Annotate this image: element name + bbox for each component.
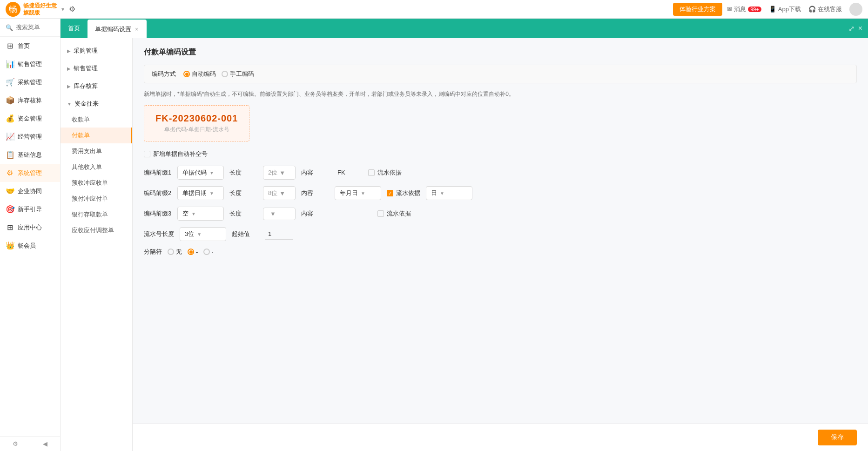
serial-length-arrow-icon: ▼ — [197, 232, 202, 237]
prefix3-serial-label: 流水依据 — [387, 209, 411, 218]
finance-icon: 💰 — [6, 114, 14, 123]
sidebar-settings-icon[interactable]: ⚙ — [13, 440, 18, 447]
sidebar-item-operations[interactable]: 📈 经营管理 — [0, 128, 60, 146]
prefix2-content-arrow-icon: ▼ — [361, 191, 365, 196]
coding-mode-label: 编码方式 — [152, 70, 176, 78]
capital-arrow-icon: ▼ — [67, 101, 72, 107]
sidebar-item-guide[interactable]: 🎯 新手引导 — [0, 200, 60, 218]
form-area: 付款单编码设置 编码方式 自动编码 — [133, 38, 868, 424]
check-icon: ✓ — [388, 191, 392, 196]
tab-bar: 首页 单据编码设置 × ⤢ × — [61, 19, 868, 38]
page-content: ▶ 采购管理 ▶ 销售管理 ▶ 库存核算 — [61, 38, 868, 451]
sub-sidebar-inventory-title[interactable]: ▶ 库存核算 — [61, 78, 132, 94]
sub-sidebar-capital-title[interactable]: ▼ 资金往来 — [61, 96, 132, 112]
prefix2-content-select[interactable]: 年月日 ▼ — [335, 186, 381, 200]
message-action[interactable]: ✉ 消息 99+ — [727, 5, 761, 13]
gear-icon[interactable]: ⚙ — [69, 5, 75, 13]
prefix2-serial-unit-select[interactable]: 日 ▼ — [426, 186, 472, 200]
sales-icon: 📊 — [6, 60, 14, 68]
logo: 畅 畅捷通好生意 旗舰版 — [6, 2, 57, 17]
sub-sidebar-item-prepay-pay[interactable]: 预付冲应付单 — [61, 191, 132, 207]
sidebar-item-enterprise[interactable]: 🤝 企业协同 — [0, 182, 60, 200]
manual-code-radio[interactable]: 手工编码 — [222, 70, 254, 78]
sidebar-item-purchase[interactable]: 🛒 采购管理 — [0, 73, 60, 91]
sub-sidebar-item-other-income[interactable]: 其他收入单 — [61, 159, 132, 175]
search-icon: 🔍 — [6, 24, 13, 31]
topbar-dropdown[interactable]: ▾ — [61, 6, 64, 13]
sub-sidebar-item-payment[interactable]: 付款单 — [61, 128, 132, 143]
online-service-action[interactable]: 🎧 在线客服 — [808, 5, 842, 13]
separator-dot-radio[interactable]: · — [203, 249, 214, 256]
prefix1-label: 编码前缀1 — [144, 168, 172, 177]
sub-sidebar-purchase-title[interactable]: ▶ 采购管理 — [61, 43, 132, 59]
bottom-bar: 保存 — [133, 424, 868, 451]
prefix1-content-input[interactable] — [335, 167, 363, 178]
sub-sidebar-item-adjust[interactable]: 应收应付调整单 — [61, 222, 132, 238]
sub-sidebar-group-purchase: ▶ 采购管理 — [61, 43, 132, 59]
prefix2-serial-checkbox[interactable]: ✓ — [387, 190, 393, 196]
sidebar-collapse-icon[interactable]: ◀ — [43, 440, 47, 447]
sub-sidebar-item-receipt[interactable]: 收款单 — [61, 112, 132, 128]
sidebar-item-apps[interactable]: ⊞ 应用中心 — [0, 218, 60, 236]
sidebar-item-finance[interactable]: 💰 资金管理 — [0, 109, 60, 128]
sub-sidebar-item-expense[interactable]: 费用支出单 — [61, 143, 132, 159]
sidebar-search[interactable]: 🔍 搜索菜单 — [0, 19, 60, 37]
save-button[interactable]: 保存 — [818, 430, 857, 445]
prefix3-row: 编码前缀3 空 ▼ 长度 ▼ 内容 — [144, 207, 857, 221]
sub-sidebar-item-bank[interactable]: 银行存取款单 — [61, 207, 132, 222]
separator-dash-circle — [188, 249, 194, 255]
separator-label: 分隔符 — [144, 248, 162, 256]
prefix1-serial-row: 流水依据 — [368, 168, 402, 177]
sub-sidebar-sales-title[interactable]: ▶ 销售管理 — [61, 61, 132, 76]
logo-text: 畅捷通好生意 旗舰版 — [23, 2, 57, 16]
separator-none-radio[interactable]: 无 — [168, 248, 182, 256]
app-icon: 📱 — [769, 6, 776, 13]
user-avatar[interactable] — [849, 3, 862, 16]
auto-code-radio-dot — [185, 73, 188, 76]
sidebar-item-system[interactable]: ⚙ 系统管理 — [0, 164, 60, 182]
serial-length-label: 流水号长度 — [144, 230, 174, 238]
prefix1-length-select[interactable]: 2位 ▼ — [263, 166, 296, 180]
sidebar-item-sales[interactable]: 📊 销售管理 — [0, 55, 60, 73]
topbar: 畅 畅捷通好生意 旗舰版 ▾ ⚙ 体验行业方案 ✉ 消息 99+ 📱 App下载… — [0, 0, 868, 19]
start-value-input[interactable] — [265, 229, 293, 240]
prefix3-select[interactable]: 空 ▼ — [177, 207, 224, 221]
dropdown-arrow-icon: ▾ — [61, 6, 64, 13]
service-icon: 🎧 — [808, 6, 816, 13]
prefix3-arrow-icon: ▼ — [191, 211, 196, 216]
auto-fill-label: 新增单据自动补空号 — [153, 150, 208, 158]
guide-icon: 🎯 — [6, 205, 14, 214]
tab-close-window-icon[interactable]: × — [858, 24, 862, 33]
sidebar-item-inventory[interactable]: 📦 库存核算 — [0, 91, 60, 109]
page-title: 付款单编码设置 — [144, 47, 857, 57]
prefix2-length-select[interactable]: 8位 ▼ — [263, 186, 296, 200]
solution-button[interactable]: 体验行业方案 — [673, 3, 722, 16]
tab-close-icon[interactable]: × — [134, 25, 139, 34]
sidebar-item-member[interactable]: 👑 畅会员 — [0, 236, 60, 255]
basic-icon: 📋 — [6, 150, 14, 159]
auto-code-radio[interactable]: 自动编码 — [183, 70, 216, 78]
prefix1-select[interactable]: 单据代码 ▼ — [177, 166, 224, 180]
sidebar-item-basic[interactable]: 📋 基础信息 — [0, 146, 60, 164]
sidebar-item-home[interactable]: ⊞ 首页 — [0, 37, 60, 55]
serial-length-select[interactable]: 3位 ▼ — [180, 227, 226, 241]
start-value-label: 起始值 — [232, 230, 260, 238]
tab-maximize-icon[interactable]: ⤢ — [848, 24, 855, 33]
prefix3-content-input[interactable] — [335, 208, 372, 219]
serial-length-row: 流水号长度 3位 ▼ 起始值 — [144, 227, 857, 241]
prefix3-serial-checkbox[interactable] — [377, 210, 384, 217]
prefix1-arrow-icon: ▼ — [209, 170, 214, 175]
separator-dash-radio[interactable]: - — [188, 249, 198, 256]
app-download-action[interactable]: 📱 App下载 — [769, 5, 801, 13]
inventory-arrow-icon: ▶ — [67, 84, 71, 89]
auto-fill-checkbox[interactable] — [144, 151, 150, 157]
prefix2-select[interactable]: 单据日期 ▼ — [177, 186, 224, 200]
prefix3-length-select[interactable]: ▼ — [263, 208, 296, 220]
tab-home[interactable]: 首页 — [61, 19, 87, 38]
prefix1-length-arrow-icon: ▼ — [279, 169, 285, 176]
sub-sidebar-item-prepay-recv[interactable]: 预收冲应收单 — [61, 175, 132, 191]
tab-encoding-settings[interactable]: 单据编码设置 × — [87, 20, 147, 39]
sub-sidebar-group-inventory: ▶ 库存核算 — [61, 78, 132, 94]
sales-arrow-icon: ▶ — [67, 66, 71, 71]
prefix1-serial-checkbox[interactable] — [368, 169, 375, 176]
